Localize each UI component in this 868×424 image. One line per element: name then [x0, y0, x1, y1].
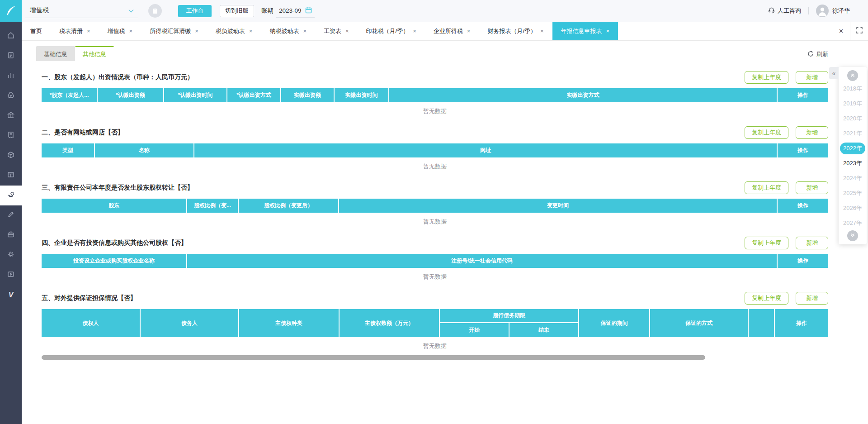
year-item-2027[interactable]: 2027年: [839, 215, 867, 230]
tab-financial-statements[interactable]: 财务报表（月/季）×: [479, 22, 552, 40]
column-header-actions: 操作: [778, 143, 828, 157]
table-header: 股东 股权比例（变... 股权比例（变更后） 变更时间 操作: [42, 199, 828, 213]
sidebar-item-assets[interactable]: [0, 166, 22, 186]
add-new-button[interactable]: 新增: [796, 181, 828, 194]
year-item-2018[interactable]: 2018年: [839, 81, 867, 96]
document-icon: [7, 51, 15, 61]
add-new-button[interactable]: 新增: [796, 71, 828, 84]
section-investment-info: 四、企业是否有投资信息或购买其他公司股权【否】 复制上年度 新增 投资设立企业或…: [42, 237, 828, 282]
year-item-2020[interactable]: 2020年: [839, 111, 867, 126]
scroll-years-up-button[interactable]: [847, 70, 858, 81]
close-all-tabs-button[interactable]: ×: [832, 22, 850, 40]
empty-data-text: 暂无数据: [42, 337, 828, 351]
year-item-2021[interactable]: 2021年: [839, 126, 867, 141]
column-header-actions: 操作: [778, 199, 828, 213]
section-title: 二、是否有网站或网店【否】: [42, 129, 124, 137]
year-item-2023[interactable]: 2023年: [839, 156, 867, 171]
close-tab-icon[interactable]: ×: [249, 28, 253, 34]
switch-old-version-button[interactable]: 切到旧版: [220, 5, 254, 17]
tax-type-value: 增值税: [30, 6, 49, 14]
horizontal-scrollbar[interactable]: [42, 355, 705, 360]
section-title: 一、股东（发起人）出资情况表（币种：人民币万元）: [42, 73, 193, 81]
tab-tax-burden-fluctuation[interactable]: 税负波动表×: [207, 22, 261, 40]
video-play-icon: [7, 270, 15, 280]
column-header: 注册号/统一社会信用代码: [187, 254, 778, 268]
tab-annual-report-info[interactable]: 年报信息申报表×: [552, 22, 618, 40]
close-tab-icon[interactable]: ×: [345, 28, 349, 34]
column-header: *认缴出资时间: [164, 88, 227, 102]
copy-last-year-button[interactable]: 复制上年度: [745, 237, 788, 249]
close-tab-icon[interactable]: ×: [467, 28, 471, 34]
sidebar-item-brand[interactable]: V: [0, 285, 22, 305]
column-header: 网址: [194, 143, 778, 157]
year-item-2024[interactable]: 2024年: [839, 171, 867, 186]
copy-last-year-button[interactable]: 复制上年度: [745, 126, 788, 139]
sidebar-item-home[interactable]: [0, 26, 22, 46]
close-tab-icon[interactable]: ×: [303, 28, 307, 34]
column-header: 保证的期间: [579, 309, 650, 337]
chevron-down-icon: [128, 7, 134, 14]
refresh-button[interactable]: 刷新: [807, 50, 828, 58]
section-title: 五、对外提供保证担保情况【否】: [42, 294, 137, 302]
column-header-actions: 操作: [778, 88, 828, 102]
column-header: 债务人: [141, 309, 239, 337]
close-tab-icon[interactable]: ×: [413, 28, 416, 34]
scroll-years-down-button[interactable]: [847, 230, 858, 241]
add-new-button[interactable]: 新增: [796, 237, 828, 249]
tax-type-select[interactable]: 增值税: [25, 4, 138, 18]
tab-basic-info[interactable]: 基础信息: [36, 46, 75, 61]
copy-last-year-button[interactable]: 复制上年度: [745, 71, 788, 84]
fullscreen-button[interactable]: [850, 22, 868, 40]
workbench-button[interactable]: 工作台: [178, 5, 212, 17]
form-body: 一、股东（发起人）出资情况表（币种：人民币万元） 复制上年度 新增 *股东（发起…: [36, 71, 828, 360]
hand-service-icon: [7, 191, 15, 200]
tab-corporate-income-tax[interactable]: 企业所得税×: [425, 22, 479, 40]
year-item-2026[interactable]: 2026年: [839, 200, 867, 215]
sidebar-item-funds[interactable]: [0, 86, 22, 106]
period-picker[interactable]: 2023-09: [276, 5, 315, 18]
tab-income-tax-settlement[interactable]: 所得税汇算清缴×: [141, 22, 207, 40]
tab-other-info[interactable]: 其他信息: [75, 46, 114, 61]
copy-last-year-button[interactable]: 复制上年度: [745, 181, 788, 194]
sidebar-item-reports[interactable]: [0, 66, 22, 86]
add-new-button[interactable]: 新增: [796, 292, 828, 305]
sidebar-item-invoices[interactable]: [0, 126, 22, 146]
user-account[interactable]: 徐泽华: [816, 5, 850, 17]
sidebar-item-training[interactable]: [0, 265, 22, 285]
section-shareholder-contributions: 一、股东（发起人）出资情况表（币种：人民币万元） 复制上年度 新增 *股东（发起…: [42, 71, 828, 116]
sidebar-item-vouchers[interactable]: [0, 46, 22, 66]
username: 徐泽华: [832, 7, 850, 15]
tab-payroll[interactable]: 工资表×: [315, 22, 358, 40]
sidebar-item-tax-service[interactable]: [0, 186, 22, 205]
close-tab-icon[interactable]: ×: [129, 28, 133, 34]
sidebar-item-files[interactable]: [0, 225, 22, 245]
tab-tax-payment-fluctuation[interactable]: 纳税波动表×: [261, 22, 315, 40]
tab-tax-register[interactable]: 税表清册×: [51, 22, 99, 40]
tab-stamp-tax[interactable]: 印花税（月/季）×: [358, 22, 425, 40]
close-tab-icon[interactable]: ×: [540, 28, 544, 34]
column-header: *认缴出资方式: [227, 88, 281, 102]
close-tab-icon[interactable]: ×: [606, 28, 610, 34]
year-item-2025[interactable]: 2025年: [839, 186, 867, 200]
briefcase-icon: [7, 230, 15, 240]
close-tab-icon[interactable]: ×: [87, 28, 90, 34]
close-tab-icon[interactable]: ×: [195, 28, 198, 34]
money-bag-icon: [7, 91, 15, 101]
column-header: 实缴出资时间: [335, 88, 389, 102]
sidebar-item-settings[interactable]: [0, 245, 22, 265]
human-support-button[interactable]: 人工咨询: [768, 7, 801, 15]
sidebar-item-inventory[interactable]: [0, 146, 22, 166]
collapse-year-panel-button[interactable]: «: [829, 67, 839, 79]
tab-home[interactable]: 首页: [22, 22, 51, 40]
year-item-2019[interactable]: 2019年: [839, 96, 867, 111]
add-new-button[interactable]: 新增: [796, 126, 828, 139]
empty-data-text: 暂无数据: [42, 213, 828, 227]
tab-vat[interactable]: 增值税×: [99, 22, 142, 40]
year-item-2022-selected[interactable]: 2022年: [839, 141, 867, 156]
main-area: 增值税 工作台 切到旧版 账期 2023-09 人工咨询 徐泽华: [22, 0, 868, 424]
sidebar-item-bank[interactable]: [0, 106, 22, 126]
copy-last-year-button[interactable]: 复制上年度: [745, 292, 788, 305]
column-header: 债权人: [42, 309, 141, 337]
sidebar-item-checkout[interactable]: [0, 205, 22, 225]
clipboard-icon[interactable]: [148, 4, 162, 18]
